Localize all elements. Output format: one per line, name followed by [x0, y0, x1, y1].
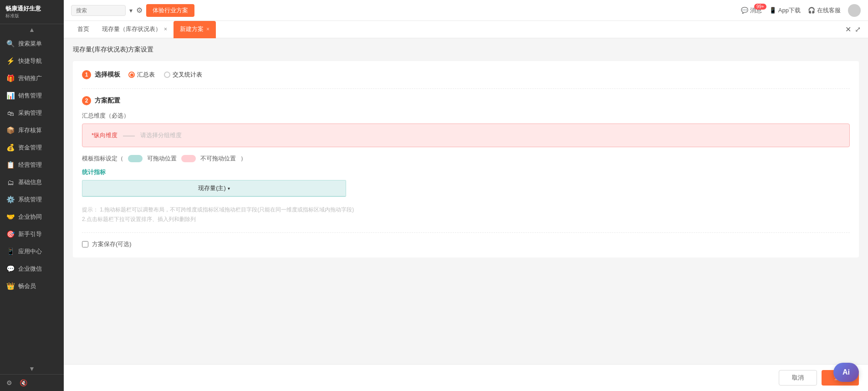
- divider-1: [82, 88, 850, 89]
- sidebar-label-finance: 资金管理: [18, 144, 42, 152]
- radio-summary-circle: [128, 72, 135, 78]
- sidebar-label-wechat: 企业微信: [18, 265, 42, 273]
- step2-badge: 2: [82, 96, 91, 105]
- sidebar-item-inventory[interactable]: 📦库存核算: [0, 122, 64, 139]
- sidebar-item-finance[interactable]: 💰资金管理: [0, 139, 64, 156]
- draggable-badge: [128, 155, 143, 162]
- tabs-bar: 首页 现存量（库存状况表） × 新建方案 × ✕ ⤢: [64, 21, 868, 38]
- sidebar-item-wechat[interactable]: 💬企业微信: [0, 260, 64, 278]
- radio-cross[interactable]: 交叉统计表: [164, 71, 202, 79]
- dimension-dash: ——: [123, 132, 135, 139]
- step1-header: 1 选择模板 汇总表 交叉统计表: [82, 70, 850, 79]
- dropdown-icon[interactable]: ▾: [129, 7, 133, 14]
- settings-card: 1 选择模板 汇总表 交叉统计表: [73, 61, 859, 257]
- step2-header: 2 方案配置: [82, 96, 850, 105]
- page-title: 现存量(库存状况表)方案设置: [73, 46, 859, 54]
- sidebar-scroll-down[interactable]: ▼: [0, 363, 64, 374]
- bottom-bar: 取消 查询: [64, 364, 868, 391]
- headset-icon: 🎧: [808, 7, 815, 14]
- sidebar-item-app-center[interactable]: 📱应用中心: [0, 243, 64, 260]
- sidebar-item-cooperation[interactable]: 🤝企业协同: [0, 208, 64, 226]
- sidebar-icon-member: 👑: [6, 282, 15, 290]
- dimension-placeholder[interactable]: 请选择分组维度: [140, 131, 182, 139]
- sidebar-item-member[interactable]: 👑畅会员: [0, 278, 64, 295]
- sidebar-item-purchase[interactable]: 🛍采购管理: [0, 104, 64, 122]
- sidebar-icon-quick-nav: ⚡: [6, 57, 15, 65]
- tab-new-plan[interactable]: 新建方案 ×: [174, 21, 216, 38]
- cancel-button[interactable]: 取消: [779, 370, 817, 386]
- sidebar-item-search-menu[interactable]: 🔍搜索菜单: [0, 35, 64, 52]
- tab-new-plan-close-icon[interactable]: ×: [206, 26, 209, 32]
- indicator-setting-suffix: ）: [240, 154, 246, 163]
- tips-section: 提示： 1.拖动标题栏可以调整布局，不可跨维度或指标区域拖动栏目字段(只能在同一…: [82, 206, 850, 223]
- sidebar-item-quick-nav[interactable]: ⚡快捷导航: [0, 52, 64, 70]
- indicator-setting-row: 模板指标设定（ 可拖动位置 不可拖动位置 ）: [82, 154, 850, 163]
- radio-cross-circle: [164, 72, 170, 78]
- app-download-item[interactable]: 📱 App下载: [769, 6, 801, 15]
- sidebar-logo: 畅康通好生意 标准版: [0, 0, 64, 24]
- dimension-box: *纵向维度 —— 请选择分组维度: [82, 123, 850, 147]
- sidebar-item-marketing[interactable]: 🎁营销推广: [0, 70, 64, 87]
- expand-icon[interactable]: ⤢: [855, 25, 861, 34]
- sound-icon[interactable]: 🔇: [20, 379, 27, 386]
- sidebar-item-new-guide[interactable]: 🎯新手引导: [0, 226, 64, 243]
- online-service-label: 在线客服: [817, 6, 841, 15]
- sidebar-scroll-up[interactable]: ▲: [0, 24, 64, 35]
- content-area: 现存量(库存状况表)方案设置 1 选择模板 汇总表 交叉统计表: [64, 38, 868, 364]
- sidebar-label-sales: 销售管理: [18, 92, 42, 100]
- sidebar-item-sales[interactable]: 📊销售管理: [0, 87, 64, 104]
- stats-table-data-row: [82, 196, 346, 196]
- topbar: ▾ ⚙ 体验行业方案 💬 消息 99+ 📱 App下载 🎧 在线客服: [64, 0, 868, 21]
- sidebar-label-member: 畅会员: [18, 282, 36, 290]
- sidebar-icon-basic-info: 🗂: [6, 179, 15, 186]
- sidebar-item-basic-info[interactable]: 🗂基础信息: [0, 174, 64, 191]
- indicator-setting-prefix: 模板指标设定（: [82, 154, 123, 163]
- sidebar-icon-system: ⚙️: [6, 196, 15, 204]
- sidebar-icon-cooperation: 🤝: [6, 213, 15, 221]
- tab-inventory-label: 现存量（库存状况表）: [102, 25, 161, 33]
- dimension-label: *纵向维度: [92, 131, 117, 139]
- tab-new-plan-label: 新建方案: [180, 25, 204, 33]
- sidebar-label-new-guide: 新手引导: [18, 230, 42, 238]
- divider-2: [82, 232, 850, 233]
- settings-icon[interactable]: ⚙: [6, 379, 12, 386]
- stats-col-header-0[interactable]: 现存量(主)▾: [82, 180, 346, 196]
- tab-inventory-status[interactable]: 现存量（库存状况表） ×: [96, 21, 174, 38]
- sidebar-label-purchase: 采购管理: [18, 109, 42, 117]
- sidebar: 畅康通好生意 标准版 ▲ 🔍搜索菜单⚡快捷导航🎁营销推广📊销售管理🛍采购管理📦库…: [0, 0, 64, 391]
- stats-section-label: 统计指标: [82, 168, 850, 176]
- save-option: 方案保存(可选): [82, 240, 850, 248]
- sidebar-label-inventory: 库存核算: [18, 126, 42, 134]
- tab-home[interactable]: 首页: [71, 21, 96, 38]
- sidebar-item-operations[interactable]: 📋经营管理: [0, 156, 64, 174]
- template-radio-group: 汇总表 交叉统计表: [128, 71, 202, 79]
- save-checkbox[interactable]: [82, 241, 88, 247]
- messages-item[interactable]: 💬 消息 99+: [741, 6, 762, 15]
- sidebar-label-system: 系统管理: [18, 196, 42, 204]
- radio-summary-label: 汇总表: [137, 71, 155, 79]
- gear-icon[interactable]: ⚙: [136, 6, 143, 15]
- tab-inventory-close-icon[interactable]: ×: [164, 26, 167, 32]
- sidebar-label-app-center: 应用中心: [18, 247, 42, 256]
- non-draggable-badge-label: 不可拖动位置: [200, 154, 236, 163]
- main-area: ▾ ⚙ 体验行业方案 💬 消息 99+ 📱 App下载 🎧 在线客服 首页: [64, 0, 868, 391]
- close-panel-icon[interactable]: ✕: [845, 25, 851, 34]
- step1-title: 选择模板: [95, 71, 120, 79]
- dimension-row: *纵向维度 —— 请选择分组维度: [92, 131, 840, 139]
- radio-summary[interactable]: 汇总表: [128, 71, 155, 79]
- sidebar-label-marketing: 营销推广: [18, 74, 42, 82]
- ai-fab-button[interactable]: Ai: [833, 363, 859, 382]
- stats-table: 现存量(主)▾: [82, 180, 346, 197]
- sidebar-icon-sales: 📊: [6, 92, 15, 100]
- sidebar-label-quick-nav: 快捷导航: [18, 57, 42, 65]
- topbar-right: 💬 消息 99+ 📱 App下载 🎧 在线客服: [741, 4, 861, 17]
- search-input[interactable]: [71, 5, 126, 16]
- avatar[interactable]: [848, 4, 861, 17]
- sidebar-item-system[interactable]: ⚙️系统管理: [0, 191, 64, 208]
- sidebar-icon-marketing: 🎁: [6, 74, 15, 82]
- dimension-section-label: 汇总维度（必选）: [82, 112, 850, 120]
- non-draggable-badge: [181, 155, 196, 162]
- stats-col-dropdown-0[interactable]: ▾: [228, 186, 230, 191]
- trial-btn[interactable]: 体验行业方案: [146, 4, 194, 17]
- online-service-item[interactable]: 🎧 在线客服: [808, 6, 841, 15]
